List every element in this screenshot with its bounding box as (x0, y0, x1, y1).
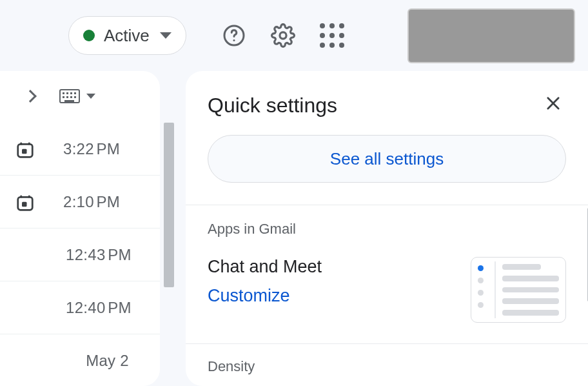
status-label: Active (104, 26, 150, 46)
calendar-icon (15, 140, 34, 158)
svg-rect-4 (22, 148, 27, 154)
quick-settings-panel: Quick settings See all settings Apps in … (186, 71, 588, 386)
close-button[interactable] (540, 90, 566, 121)
row-time: May 2 (86, 352, 129, 370)
status-dot-icon (83, 30, 95, 41)
row-time: 2:10 PM (63, 193, 120, 211)
row-time: 12:40 PM (66, 299, 132, 317)
list-scrollbar[interactable] (164, 123, 174, 287)
apps-section-label: Apps in Gmail (208, 221, 566, 238)
list-header (0, 89, 160, 123)
topbar: Active (0, 0, 588, 71)
message-list-panel: 3:22 PM 2:10 PM 12:43 PM 12:40 PM May 2 (0, 71, 160, 386)
content-area: 3:22 PM 2:10 PM 12:43 PM 12:40 PM May 2 (0, 71, 588, 386)
list-item[interactable]: 12:43 PM (0, 229, 160, 281)
help-button[interactable] (219, 20, 250, 51)
gear-icon (271, 23, 295, 48)
see-all-label: See all settings (330, 149, 444, 169)
settings-header: Quick settings (208, 90, 566, 121)
svg-point-2 (280, 32, 286, 39)
input-tools-dropdown[interactable] (59, 89, 95, 103)
chat-meet-title: Chat and Meet (208, 257, 322, 277)
apps-grid-icon (320, 23, 344, 48)
status-chip[interactable]: Active (68, 16, 186, 55)
calendar-icon (15, 193, 34, 211)
svg-point-1 (233, 39, 235, 41)
account-avatar[interactable] (407, 8, 575, 63)
list-item[interactable]: 12:40 PM (0, 281, 160, 334)
see-all-settings-button[interactable]: See all settings (208, 135, 566, 183)
density-section-label: Density (208, 358, 566, 375)
settings-title: Quick settings (208, 94, 337, 117)
close-icon (544, 94, 562, 112)
layout-thumbnail (471, 257, 566, 323)
help-icon (222, 24, 246, 47)
list-rows: 3:22 PM 2:10 PM 12:43 PM 12:40 PM May 2 (0, 123, 160, 386)
divider (186, 205, 588, 205)
customize-link[interactable]: Customize (208, 286, 322, 306)
row-time: 12:43 PM (66, 246, 132, 264)
row-time: 3:22 PM (63, 140, 120, 158)
settings-button[interactable] (268, 20, 299, 51)
list-item[interactable]: 3:22 PM (0, 123, 160, 176)
chat-meet-row: Chat and Meet Customize (208, 257, 566, 323)
apps-button[interactable] (317, 20, 348, 51)
expand-icon[interactable] (24, 90, 37, 103)
svg-rect-8 (22, 201, 27, 207)
chevron-down-icon (86, 94, 95, 99)
list-item[interactable]: 2:10 PM (0, 176, 160, 229)
list-item[interactable]: May 2 (0, 334, 160, 386)
keyboard-icon (59, 89, 80, 103)
chevron-down-icon (160, 32, 172, 39)
divider (186, 343, 588, 344)
